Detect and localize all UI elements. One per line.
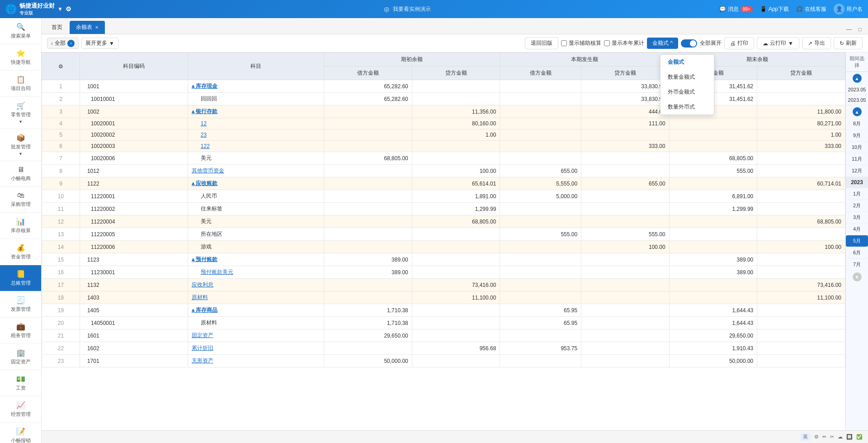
sidebar-item-project[interactable]: 📋 项目合同 <box>0 71 41 97</box>
row-subject[interactable]: 累计折旧 <box>188 342 324 355</box>
sidebar-item-tax[interactable]: 💼 税务管理 <box>0 318 41 344</box>
app-download-btn[interactable]: 📱 App下载 <box>760 5 789 13</box>
settings-bottom-icon[interactable]: ⚙ <box>814 434 819 440</box>
row-subject[interactable]: 应收利息 <box>188 279 324 291</box>
row-subject[interactable]: ▴ 库存商品 <box>188 304 324 317</box>
sidebar-item-operations[interactable]: 📈 经营管理 <box>0 396 41 423</box>
show-auxiliary-input[interactable] <box>561 40 567 46</box>
date-item-dec[interactable]: 12月 <box>846 165 868 177</box>
tab-balance[interactable]: 余额表 ✕ <box>70 21 105 34</box>
online-service-btn[interactable]: 🎧 在线客服 <box>796 5 826 13</box>
date-item-jan[interactable]: 1月 <box>846 188 868 200</box>
date-nav-up[interactable]: ▲ <box>846 72 868 85</box>
sidebar-item-search[interactable]: 🔍 搜索菜单 <box>0 18 41 44</box>
format-option-qty-foreign[interactable]: 数量外币式 <box>660 100 714 114</box>
format-btn[interactable]: 金额式 ^ <box>647 38 678 49</box>
date-item-2023-05a[interactable]: 2023.05 <box>846 85 868 95</box>
row-subject[interactable]: ▴ 应收账款 <box>188 177 324 190</box>
row-code: 1132 <box>80 279 188 291</box>
row-opening-credit: 1.00 <box>412 129 500 141</box>
check-icon[interactable]: ✅ <box>856 434 863 440</box>
sidebar-item-assets[interactable]: 🏢 固定资产 <box>0 344 41 370</box>
messages-btn[interactable]: 💬 消息 99+ <box>719 5 753 13</box>
row-subject[interactable]: ▴ 银行存款 <box>188 105 324 118</box>
tab-minimize-btn[interactable]: — <box>844 25 854 34</box>
lang-btn[interactable]: 英 <box>800 433 811 441</box>
sidebar-item-ledger[interactable]: 📒 总账管理 <box>0 265 41 291</box>
demo-text[interactable]: 我要看实例演示 <box>393 5 431 13</box>
row-subject[interactable]: 122 <box>188 141 324 152</box>
sidebar-item-inventory[interactable]: 📊 库存核算 <box>0 213 41 239</box>
scissors-icon[interactable]: ✂ <box>830 434 834 440</box>
date-item-apr[interactable]: 4月 <box>846 224 868 235</box>
row-subject[interactable]: 其他货币资金 <box>188 165 324 177</box>
user-avatar[interactable]: 👤 用户名 <box>834 4 863 14</box>
date-item-aug[interactable]: 8月 <box>846 118 868 130</box>
sidebar-item-quicknav[interactable]: ⭐ 快捷导航 <box>0 44 41 71</box>
sidebar-label-tax: 税务管理 <box>11 332 31 339</box>
tab-home[interactable]: 首页 <box>45 21 69 34</box>
sidebar-item-invoice[interactable]: 🧾 发票管理 <box>0 291 41 318</box>
date-item-jun[interactable]: 6月 <box>846 247 868 259</box>
row-subject[interactable]: ▴ 预付账款 <box>188 253 324 266</box>
row-current-credit: 444.00 <box>581 105 670 118</box>
sidebar-item-salary[interactable]: 💵 工资 <box>0 370 41 396</box>
row-current-debit <box>500 291 581 304</box>
sidebar-item-ecommerce[interactable]: 🖥 小畅电商 <box>0 161 41 187</box>
dropdown-icon[interactable]: ▼ <box>57 6 63 12</box>
row-subject[interactable]: 23 <box>188 129 324 141</box>
date-nav-down-btn[interactable]: ▼ <box>853 272 862 281</box>
show-ytd-input[interactable] <box>604 40 610 46</box>
cloud-bottom-icon[interactable]: ☁ <box>838 434 843 440</box>
date-nav-down[interactable]: ▼ <box>846 271 868 283</box>
print-btn[interactable]: 🖨 打印 <box>724 37 754 49</box>
cloud-icon: ☁ <box>763 40 768 47</box>
sidebar-item-retail[interactable]: 🛒 零售管理 ▼ <box>0 97 41 129</box>
date-item-may[interactable]: 5月 <box>846 235 868 247</box>
format-option-qty-amount[interactable]: 数量金额式 <box>660 70 714 85</box>
sidebar-item-capital[interactable]: 💰 资金管理 <box>0 239 41 265</box>
date-nav-up2[interactable]: ▲ <box>846 105 868 118</box>
date-item-mar[interactable]: 3月 <box>846 212 868 224</box>
row-num: 16 <box>42 266 80 279</box>
date-item-nov[interactable]: 11月 <box>846 153 868 165</box>
date-nav-up2-btn[interactable]: ▲ <box>853 107 862 116</box>
table-row: 4 10020001 12 80,160.00 111.00 80,271.00 <box>42 118 845 129</box>
return-old-btn[interactable]: 退回旧版 <box>525 37 558 49</box>
expand-btn[interactable]: 展开更多 ▼ <box>81 38 118 49</box>
format-option-foreign-amount[interactable]: 外币金额式 <box>660 85 714 100</box>
row-subject[interactable]: 预付账款美元 <box>188 266 324 279</box>
settings-icon[interactable]: ⚙ <box>66 5 71 13</box>
date-item-jul[interactable]: 7月 <box>846 259 868 271</box>
sidebar-item-wholesale[interactable]: 📦 批发管理 ▼ <box>0 129 41 161</box>
format-option-amount[interactable]: 金额式 <box>660 55 714 70</box>
col-opening-header: 期初余额 <box>324 53 500 67</box>
show-ytd-checkbox[interactable]: 显示本年累计 <box>604 39 644 47</box>
breadcrumb[interactable]: ‹ 全部 › <box>47 38 79 49</box>
refresh-btn[interactable]: ↻ 刷新 <box>834 37 863 49</box>
col-settings[interactable]: ⚙ <box>42 53 80 80</box>
row-current-debit <box>500 141 581 152</box>
tab-maximize-btn[interactable]: □ <box>855 25 864 34</box>
expand-all-toggle[interactable] <box>681 39 697 48</box>
cloud-print-btn[interactable]: ☁ 云打印 ▼ <box>757 37 799 49</box>
date-item-feb[interactable]: 2月 <box>846 200 868 212</box>
row-subject[interactable]: 12 <box>188 118 324 129</box>
row-subject[interactable]: 固定资产 <box>188 329 324 342</box>
grid-icon[interactable]: 🔲 <box>846 434 853 440</box>
sidebar-item-purchase[interactable]: 🛍 采购管理 <box>0 187 41 213</box>
show-auxiliary-checkbox[interactable]: 显示辅助核算 <box>561 39 601 47</box>
tab-close-icon[interactable]: ✕ <box>95 25 99 30</box>
export-btn[interactable]: ↗ 导出 <box>802 37 831 49</box>
edit-icon[interactable]: ✏ <box>822 434 826 440</box>
date-item-2023-05b[interactable]: 2023.05 <box>846 95 868 105</box>
row-subject[interactable]: 原材料 <box>188 291 324 304</box>
sidebar-item-reports[interactable]: 📝 小畅报销 <box>0 423 41 443</box>
date-item-oct[interactable]: 10月 <box>846 142 868 153</box>
col-settings-icon[interactable]: ⚙ <box>58 63 63 70</box>
row-subject[interactable]: ▴ 库存现金 <box>188 80 324 93</box>
date-nav-up-btn[interactable]: ▲ <box>853 74 862 83</box>
row-opening-debit <box>324 279 412 291</box>
date-item-sep[interactable]: 9月 <box>846 130 868 142</box>
row-subject[interactable]: 无形资产 <box>188 355 324 367</box>
